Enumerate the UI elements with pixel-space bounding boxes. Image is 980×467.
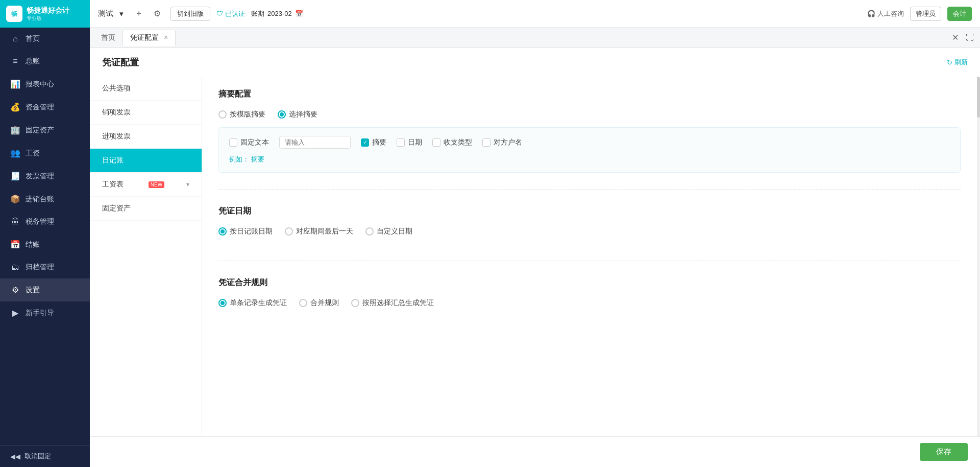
tab-voucher-config[interactable]: 凭证配置 × xyxy=(122,30,176,46)
checkbox-pay-type-box xyxy=(432,138,440,147)
radio-selected-summary[interactable]: 按照选择汇总生成凭证 xyxy=(351,298,434,308)
merge-rule-section: 凭证合并规则 单条记录生成凭证 合并规则 xyxy=(218,277,961,332)
expand-btn[interactable]: ⛶ xyxy=(964,31,976,44)
sidebar-item-period-end[interactable]: 📅 结账 xyxy=(0,233,90,256)
fixed-text-input[interactable] xyxy=(279,136,351,149)
left-nav: 公共选项 销项发票 进项发票 日记账 工资表 NEW ▾ xyxy=(90,77,202,436)
abstract-section-title: 摘要配置 xyxy=(218,89,961,100)
sidebar-item-invoice[interactable]: 🧾 发票管理 xyxy=(0,165,90,188)
checkbox-fixed-text-box xyxy=(229,138,237,147)
guide-icon: ▶ xyxy=(10,308,20,318)
topbar-right: 🎧 人工咨询 管理员 会计 xyxy=(867,7,972,21)
radio-circle-summary xyxy=(351,299,359,307)
tab-close-icon[interactable]: × xyxy=(164,33,168,41)
sidebar-item-archive[interactable]: 🗂 归档管理 xyxy=(0,256,90,278)
calendar-icon[interactable]: 📅 xyxy=(295,10,303,17)
left-nav-item-public[interactable]: 公共选项 xyxy=(90,77,202,101)
sidebar-item-cashflow[interactable]: 💰 资金管理 xyxy=(0,96,90,119)
left-nav-item-journal[interactable]: 日记账 xyxy=(90,149,202,173)
cashflow-icon: 💰 xyxy=(10,102,20,112)
tabbar: 首页 凭证配置 × ✕ ⛶ xyxy=(90,28,980,48)
radio-select-abstract[interactable]: 选择摘要 xyxy=(278,110,317,119)
topbar-actions: ＋ ⚙ xyxy=(132,7,164,21)
purchase-sales-icon: 📦 xyxy=(10,194,20,204)
abstract-config-box: 固定文本 摘要 日期 xyxy=(218,127,961,173)
left-nav-item-payroll-table[interactable]: 工资表 NEW ▾ xyxy=(90,173,202,197)
user-button[interactable]: 管理员 xyxy=(910,7,941,21)
right-scrollbar[interactable] xyxy=(977,77,980,436)
close-tab-btn[interactable]: ✕ xyxy=(950,31,961,44)
page-content: 凭证配置 ↻ 刷新 公共选项 销项发票 进项发票 xyxy=(90,48,980,467)
cert-status: 🛡 已认证 xyxy=(216,9,245,18)
sidebar-item-tax[interactable]: 🏛 税务管理 xyxy=(0,211,90,233)
checkbox-abstract[interactable]: 摘要 xyxy=(361,138,386,147)
new-badge: NEW xyxy=(149,181,164,188)
sidebar-item-ledger[interactable]: ≡ 总账 xyxy=(0,50,90,73)
radio-circle-period-last xyxy=(285,227,293,236)
topbar: 测试 ▾ ＋ ⚙ 切到旧版 🛡 已认证 账期 2023-02 📅 🎧 人工咨询 … xyxy=(90,0,980,28)
right-config: 摘要配置 按模版摘要 选择摘要 xyxy=(202,77,977,436)
radio-template-abstract[interactable]: 按模版摘要 xyxy=(218,110,265,119)
ledger-icon: ≡ xyxy=(10,57,20,66)
switch-old-version-button[interactable]: 切到旧版 xyxy=(170,7,210,21)
project-name: 测试 xyxy=(98,9,113,18)
period-end-icon: 📅 xyxy=(10,240,20,249)
abstract-fields-row: 固定文本 摘要 日期 xyxy=(229,136,950,149)
sidebar-item-payroll[interactable]: 👥 工资 xyxy=(0,142,90,165)
content-area: 凭证配置 ↻ 刷新 公共选项 销项发票 进项发票 xyxy=(90,48,980,467)
accountant-button[interactable]: 会计 xyxy=(947,7,972,21)
page-header: 凭证配置 ↻ 刷新 xyxy=(90,48,980,77)
radio-circle-journal-date xyxy=(218,227,227,236)
payroll-icon: 👥 xyxy=(10,148,20,158)
sidebar-item-home[interactable]: ⌂ 首页 xyxy=(0,28,90,50)
sidebar-item-fixed-assets[interactable]: 🏢 固定资产 xyxy=(0,119,90,142)
radio-single-voucher[interactable]: 单条记录生成凭证 xyxy=(218,298,287,308)
logo-icon: 畅 xyxy=(6,6,22,22)
radio-merge-rule[interactable]: 合并规则 xyxy=(299,298,339,308)
radio-circle-custom-date xyxy=(365,227,374,236)
consult-button[interactable]: 🎧 人工咨询 xyxy=(867,9,904,18)
checkbox-pay-type[interactable]: 收支类型 xyxy=(432,138,472,147)
cancel-fixed-btn[interactable]: ◀◀ 取消固定 xyxy=(0,445,90,467)
radio-circle-select xyxy=(278,110,286,119)
sidebar-item-reports[interactable]: 📊 报表中心 xyxy=(0,73,90,96)
sidebar-item-purchase-sales[interactable]: 📦 进销台账 xyxy=(0,188,90,211)
abstract-section: 摘要配置 按模版摘要 选择摘要 xyxy=(218,89,961,190)
project-dropdown-arrow[interactable]: ▾ xyxy=(119,9,124,18)
page-title: 凭证配置 xyxy=(102,56,139,77)
add-button[interactable]: ＋ xyxy=(132,7,146,21)
abstract-radio-group: 按模版摘要 选择摘要 xyxy=(218,110,961,119)
checkbox-date[interactable]: 日期 xyxy=(397,138,422,147)
voucher-date-radio-group: 按日记账日期 对应期间最后一天 自定义日期 xyxy=(218,227,961,236)
tab-home[interactable]: 首页 xyxy=(94,30,122,45)
checkbox-fixed-text[interactable]: 固定文本 xyxy=(229,138,269,147)
invoice-icon: 🧾 xyxy=(10,171,20,181)
sidebar-item-settings[interactable]: ⚙ 设置 xyxy=(0,278,90,301)
checkbox-counterparty[interactable]: 对方户名 xyxy=(482,138,522,147)
checkbox-counterparty-box xyxy=(482,138,491,147)
tax-icon: 🏛 xyxy=(10,217,20,226)
home-icon: ⌂ xyxy=(10,34,20,43)
reports-icon: 📊 xyxy=(10,79,20,89)
shield-icon: 🛡 xyxy=(216,10,223,17)
checkbox-date-box xyxy=(397,138,405,147)
period-display: 账期 2023-02 📅 xyxy=(251,9,303,18)
merge-rule-title: 凭证合并规则 xyxy=(218,277,961,288)
left-nav-item-sales[interactable]: 销项发票 xyxy=(90,101,202,125)
fixed-assets-icon: 🏢 xyxy=(10,125,20,135)
radio-custom-date[interactable]: 自定义日期 xyxy=(365,227,412,236)
main-area: 测试 ▾ ＋ ⚙ 切到旧版 🛡 已认证 账期 2023-02 📅 🎧 人工咨询 … xyxy=(90,0,980,467)
left-nav-item-purchase[interactable]: 进项发票 xyxy=(90,125,202,149)
radio-circle-merge xyxy=(299,299,307,307)
sidebar-item-guide[interactable]: ▶ 新手引导 xyxy=(0,301,90,324)
voucher-date-section: 凭证日期 按日记账日期 对应期间最后一天 xyxy=(218,206,961,261)
radio-circle-single xyxy=(218,299,227,307)
save-button[interactable]: 保存 xyxy=(920,443,968,461)
archive-icon: 🗂 xyxy=(10,263,20,272)
radio-journal-date[interactable]: 按日记账日期 xyxy=(218,227,273,236)
settings-button[interactable]: ⚙ xyxy=(150,7,164,21)
radio-period-last[interactable]: 对应期间最后一天 xyxy=(285,227,353,236)
left-nav-item-fixed-assets[interactable]: 固定资产 xyxy=(90,197,202,221)
settings-icon: ⚙ xyxy=(10,285,20,295)
refresh-button[interactable]: ↻ 刷新 xyxy=(947,58,968,75)
